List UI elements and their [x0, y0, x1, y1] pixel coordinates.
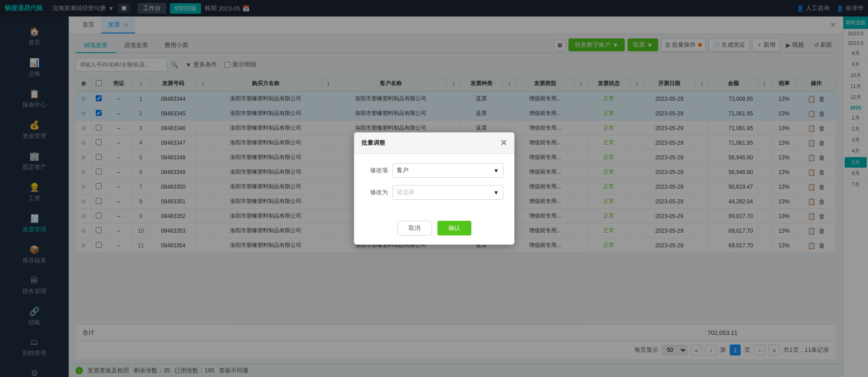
modify-to-row: 修改为 请选择 ▼: [365, 185, 503, 200]
modify-item-dropdown-icon: ▼: [493, 167, 499, 174]
modify-item-label: 修改项: [365, 166, 388, 175]
modify-to-label: 修改为: [365, 188, 388, 197]
modal-body: 修改项 客户 ▼ 修改为 请选择 ▼: [354, 154, 514, 216]
modify-to-dropdown-icon: ▼: [493, 189, 499, 196]
modal-overlay: 批量调整 ✕ 修改项 客户 ▼ 修改为 请选择 ▼ 取消 确认: [0, 0, 868, 377]
modal-header: 批量调整 ✕: [354, 132, 514, 154]
confirm-button[interactable]: 确认: [437, 221, 471, 235]
modal-footer: 取消 确认: [354, 216, 514, 245]
modify-to-placeholder: 请选择: [397, 188, 415, 197]
modify-item-select[interactable]: 客户 ▼: [393, 163, 503, 178]
modal-title: 批量调整: [361, 139, 385, 147]
modify-item-row: 修改项 客户 ▼: [365, 163, 503, 178]
modify-item-value: 客户: [397, 166, 409, 175]
modal-close-btn[interactable]: ✕: [500, 138, 507, 148]
modify-to-select[interactable]: 请选择 ▼: [393, 185, 503, 200]
batch-adjust-modal: 批量调整 ✕ 修改项 客户 ▼ 修改为 请选择 ▼ 取消 确认: [354, 132, 514, 245]
cancel-button[interactable]: 取消: [397, 221, 432, 235]
